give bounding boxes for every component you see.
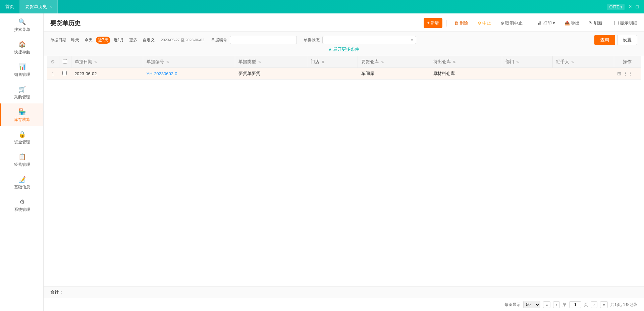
tab-home-label: 首页 (5, 4, 14, 10)
last-page-button[interactable]: » (600, 301, 608, 308)
expand-more-icon: ∨ (328, 47, 332, 52)
col-handler: 经手人 ⇅ (552, 56, 614, 68)
doc-status-select[interactable] (322, 36, 416, 44)
display-detail-checkbox[interactable] (614, 21, 619, 25)
row-doc-type: 要货单要货 (235, 68, 307, 80)
sidebar-item-quick-nav[interactable]: 🏠 快捷导航 (0, 36, 43, 58)
doc-status-filter-group: 单据状态 (304, 36, 416, 44)
tab-home[interactable]: 首页 (0, 0, 20, 13)
prev-page-button[interactable]: ‹ (553, 301, 560, 308)
often-badge[interactable]: OfTEn (607, 4, 625, 10)
summary-label: 合计： (50, 290, 63, 295)
sidebar-item-basic-info[interactable]: 📝 基础信息 (0, 171, 43, 193)
page-label: 页 (584, 302, 588, 308)
settings-button[interactable]: 设置 (617, 35, 637, 45)
tab-requisition-history[interactable]: 要货单历史 × (20, 0, 58, 13)
sidebar-item-quick-nav-label: 快捷导航 (14, 49, 30, 55)
doc-no-input[interactable] (230, 36, 297, 44)
refresh-button[interactable]: ↻ 刷新 (586, 18, 606, 28)
col-doc-type-sort[interactable]: ⇅ (258, 60, 261, 64)
date-shortcut-last7[interactable]: 近7天 (96, 37, 110, 44)
doc-status-select-wrap (322, 36, 416, 44)
page-size-label: 每页显示 (504, 302, 521, 308)
page-input[interactable] (569, 301, 581, 308)
table-row: 1 2023-06-02 YH-20230602-0 要货单要货 车间库 原材料… (47, 68, 641, 80)
filter-actions: 查询 设置 (594, 35, 637, 45)
ops-mgmt-icon: 📋 (18, 153, 26, 161)
col-pending-warehouse-sort[interactable]: ⇅ (453, 60, 455, 64)
toolbar: + 新增 🗑 删除 ⊘ 中止 ⊗ 取消中止 🖨 打印 (424, 18, 637, 28)
display-detail-checkbox-label[interactable]: 显示明细 (614, 20, 637, 26)
requisition-table: ⚙ 单据日期 ⇅ 单据编号 ⇅ (47, 56, 641, 80)
tab-close-icon[interactable]: × (50, 4, 52, 9)
sidebar-item-search-menu[interactable]: 🔍 搜索菜单 (0, 13, 43, 36)
window-restore-icon[interactable]: □ (636, 4, 639, 9)
page-header: 要货单历史 + 新增 🗑 删除 ⊘ 中止 ⊗ 取消中止 🖨 (44, 13, 644, 32)
date-shortcut-yesterday[interactable]: 昨天 (69, 37, 81, 44)
col-store-label: 门店 (311, 59, 319, 64)
page-jump-label: 第 (562, 302, 567, 308)
sidebar-item-sales-mgmt[interactable]: 📊 销售管理 (0, 58, 43, 81)
stop-icon: ⊘ (478, 20, 481, 26)
col-doc-no-sort[interactable]: ⇅ (166, 60, 169, 64)
col-store-sort[interactable]: ⇅ (322, 60, 324, 64)
sidebar-item-sys-mgmt[interactable]: ⚙ 系统管理 (0, 193, 43, 216)
sales-mgmt-icon: 📊 (18, 63, 26, 71)
col-doc-type: 单据类型 ⇅ (235, 56, 307, 68)
delete-button[interactable]: 🗑 删除 (451, 18, 472, 28)
cancel-stop-button[interactable]: ⊗ 取消中止 (497, 18, 526, 28)
print-button[interactable]: 🖨 打印 ▾ (534, 18, 558, 28)
select-all-checkbox[interactable] (63, 59, 67, 63)
col-doc-date-label: 单据日期 (75, 59, 92, 64)
row-num: 1 (47, 68, 59, 80)
first-page-button[interactable]: « (543, 301, 551, 308)
next-page-button[interactable]: › (591, 301, 597, 308)
col-department-sort[interactable]: ⇅ (516, 60, 519, 64)
col-req-warehouse-sort[interactable]: ⇅ (381, 60, 384, 64)
sidebar-item-ops-mgmt[interactable]: 📋 经营管理 (0, 148, 43, 171)
toolbar-divider-3 (610, 20, 610, 27)
search-menu-icon: 🔍 (18, 18, 26, 26)
page-size-select[interactable]: 50 10 20 100 (523, 301, 540, 308)
col-pending-warehouse-label: 待出仓库 (433, 59, 451, 64)
doc-status-label: 单据状态 (304, 37, 320, 43)
sidebar: 🔍 搜索菜单 🏠 快捷导航 📊 销售管理 🛒 采购管理 🏪 库存核算 🔒 资金管… (0, 13, 44, 311)
tab-requisition-history-label: 要货单历史 (25, 4, 47, 10)
expand-more-row[interactable]: ∨ 展开更多条件 (50, 45, 637, 52)
sidebar-item-sales-mgmt-label: 销售管理 (14, 72, 30, 78)
sidebar-item-finance-mgmt[interactable]: 🔒 资金管理 (0, 126, 43, 148)
window-close-icon[interactable]: × (629, 4, 632, 10)
doc-no-link[interactable]: YH-20230602-0 (147, 71, 177, 76)
date-shortcut-last1m[interactable]: 近1月 (112, 37, 126, 44)
row-more-icon[interactable]: ⋮⋮ (623, 71, 633, 76)
export-button[interactable]: 📤 导出 (561, 18, 583, 28)
row-department (502, 68, 552, 80)
date-shortcut-custom[interactable]: 自定义 (141, 37, 157, 44)
sidebar-item-purchase-mgmt[interactable]: 🛒 采购管理 (0, 81, 43, 103)
date-shortcut-today[interactable]: 今天 (83, 37, 95, 44)
col-doc-date-sort[interactable]: ⇅ (94, 60, 97, 64)
stop-button[interactable]: ⊘ 中止 (474, 18, 494, 28)
refresh-icon: ↻ (589, 20, 593, 26)
sidebar-item-purchase-mgmt-label: 采购管理 (14, 94, 30, 100)
row-view-icon[interactable]: ⊞ (617, 71, 621, 76)
col-store: 门店 ⇅ (307, 56, 358, 68)
filter-bar: 单据日期 昨天 今天 近7天 近1月 更多 自定义 2023-05-27 至 2… (44, 32, 644, 56)
new-button[interactable]: + 新增 (424, 18, 442, 28)
col-department-label: 部门 (505, 59, 514, 64)
table-footer: 合计： (44, 286, 644, 298)
row-pending-warehouse: 原材料仓库 (430, 68, 502, 80)
column-settings-icon[interactable]: ⚙ (50, 59, 56, 64)
col-doc-no-label: 单据编号 (147, 59, 164, 64)
finance-mgmt-icon: 🔒 (18, 131, 26, 138)
col-checkbox (59, 56, 71, 68)
sidebar-item-search-menu-label: 搜索菜单 (14, 27, 30, 33)
row-select-checkbox[interactable] (62, 71, 67, 75)
row-actions: ⊞ ⋮⋮ (614, 68, 641, 80)
col-handler-sort[interactable]: ⇅ (571, 60, 574, 64)
pagination-bar: 每页显示 50 10 20 100 « ‹ 第 页 › » 共1页, 1条记录 (44, 298, 644, 311)
date-shortcuts: 昨天 今天 近7天 近1月 更多 自定义 (69, 37, 157, 44)
date-shortcut-more[interactable]: 更多 (127, 37, 139, 44)
sidebar-item-inventory[interactable]: 🏪 库存核算 (0, 103, 43, 126)
query-button[interactable]: 查询 (594, 35, 615, 45)
